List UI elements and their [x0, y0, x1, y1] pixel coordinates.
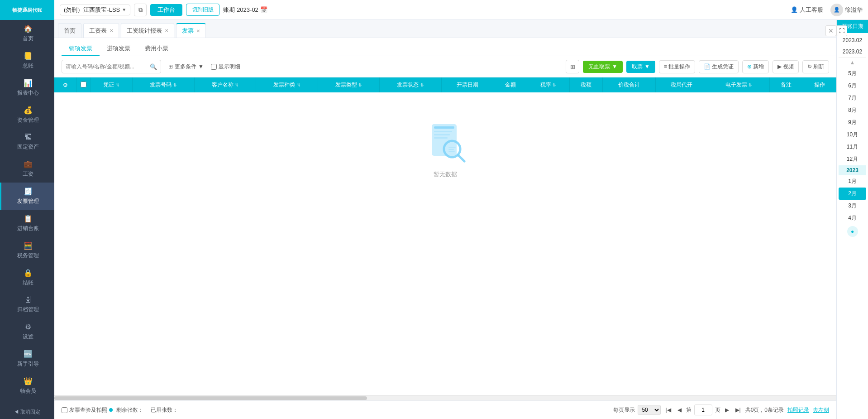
period-year-2023-label[interactable]: 2023 — [839, 165, 866, 175]
customer-service[interactable]: 👤 人工客服 — [791, 6, 823, 14]
display-detail-check-input[interactable] — [211, 64, 217, 70]
e-invoice-sort-icon: ⇅ — [749, 83, 752, 87]
period-month-10[interactable]: 10月 — [839, 129, 866, 141]
display-detail-checkbox[interactable]: 显示明细 — [211, 63, 240, 71]
period-month-7[interactable]: 7月 — [839, 92, 866, 104]
period-month-4[interactable]: 4月 — [839, 212, 866, 224]
tab-salary-close[interactable]: ✕ — [110, 28, 113, 33]
refresh-button[interactable]: ↻ 刷新 — [802, 60, 829, 73]
tab-salary-stats[interactable]: 工资统计报表 ✕ — [121, 23, 174, 38]
sub-tab-sales[interactable]: 销项发票 — [62, 42, 100, 56]
filter-button[interactable]: ⊞ 更多条件 ▼ — [165, 61, 207, 72]
col-tax-rate[interactable]: 税率 ⇅ — [527, 77, 570, 92]
sub-tab-purchase[interactable]: 进项发票 — [100, 42, 138, 56]
col-invoice-status[interactable]: 发票状态 ⇅ — [380, 77, 442, 92]
sidebar-item-home[interactable]: 🏠 首页 — [0, 20, 54, 47]
last-page-button[interactable]: ▶| — [734, 406, 743, 414]
sub-tab-expense[interactable]: 费用小票 — [138, 42, 176, 56]
gen-voucher-button[interactable]: 📄 生成凭证 — [699, 60, 739, 73]
add-record-link[interactable]: 拍照记录 — [787, 406, 809, 414]
sidebar-item-home-label: 首页 — [23, 35, 33, 43]
period-year-2023-02-top[interactable]: 2023.02 — [839, 35, 866, 46]
sidebar-item-purchase-sales[interactable]: 📋 进销台账 — [0, 210, 54, 237]
verify-checkbox-area[interactable]: 发票查验及拍照 — [62, 406, 113, 414]
tab-home[interactable]: 首页 — [58, 23, 81, 38]
sidebar-item-member[interactable]: 👑 畅会员 — [0, 372, 54, 400]
tab-invoice-label: 发票 — [182, 27, 194, 35]
grid-icon: ⊞ — [570, 63, 575, 70]
more-link[interactable]: 去左侧 — [813, 406, 829, 414]
horizontal-scrollbar[interactable] — [54, 395, 836, 400]
take-invoice-button[interactable]: 取票 ▼ — [626, 61, 655, 73]
period-label: 账期 — [223, 6, 235, 14]
sidebar-item-archive[interactable]: 🗄 归档管理 — [0, 291, 54, 318]
grid-settings-button[interactable]: ⊞ — [566, 60, 579, 73]
col-settings[interactable]: ⚙ — [54, 77, 76, 92]
sidebar-item-reports[interactable]: 📊 报表中心 — [0, 74, 54, 101]
sub-tab-purchase-label: 进项发票 — [107, 45, 130, 52]
maximize-button[interactable]: ⛶ — [836, 25, 847, 36]
sidebar-item-fixed-assets[interactable]: 🏗 固定资产 — [0, 129, 54, 155]
svg-rect-4 — [434, 137, 448, 139]
sidebar-item-salary[interactable]: 💼 工资 — [0, 155, 54, 183]
period-month-11[interactable]: 11月 — [839, 141, 866, 153]
next-page-button[interactable]: ▶ — [723, 406, 731, 414]
sidebar-item-settings[interactable]: ⚙ 设置 — [0, 318, 54, 345]
col-checkbox[interactable] — [76, 77, 90, 92]
period-month-9[interactable]: 9月 — [839, 116, 866, 129]
new-button[interactable]: ⊕ 新增 — [742, 60, 769, 73]
tab-salary[interactable]: 工资表 ✕ — [83, 23, 119, 38]
sidebar-item-salary-label: 工资 — [23, 170, 33, 178]
scrollbar-thumb[interactable] — [54, 396, 367, 400]
col-invoice-category[interactable]: 发票类型 ⇅ — [318, 77, 380, 92]
period-month-6[interactable]: 6月 — [839, 80, 866, 92]
period-selector[interactable]: 账期 2023-02 📅 — [223, 6, 267, 14]
sidebar-item-ledger-label: 总账 — [23, 62, 33, 70]
search-input[interactable] — [66, 63, 148, 70]
no-invoice-button[interactable]: 无血取票 ▼ — [583, 61, 623, 73]
page-number-input[interactable] — [694, 405, 712, 415]
sidebar-item-funds-label: 资金管理 — [17, 116, 39, 124]
sidebar-item-guide[interactable]: 🆕 新手引导 — [0, 345, 54, 372]
batch-op-button[interactable]: ≡ 批量操作 — [659, 60, 695, 73]
tab-salary-stats-close[interactable]: ✕ — [165, 28, 168, 33]
user-name: 徐溢华 — [845, 6, 863, 14]
sidebar-item-ledger[interactable]: 📒 总账 — [0, 47, 54, 74]
copy-button[interactable]: ⧉ — [134, 4, 147, 16]
sidebar-item-close[interactable]: 🔒 结账 — [0, 264, 54, 291]
period-month-5[interactable]: 5月 — [839, 67, 866, 80]
first-page-button[interactable]: |◀ — [663, 406, 672, 414]
tab-invoice-close[interactable]: ✕ — [196, 29, 200, 34]
workbench-button[interactable]: 工作台 — [150, 4, 182, 16]
verify-checkbox[interactable] — [62, 407, 67, 413]
switch-version-button[interactable]: 切到旧版 — [186, 4, 219, 16]
per-page-select[interactable]: 50 100 200 — [638, 405, 661, 415]
period-month-3[interactable]: 3月 — [839, 200, 866, 212]
user-avatar-area[interactable]: 👤 徐溢华 — [830, 4, 863, 16]
sidebar-item-invoice[interactable]: 🧾 发票管理 — [0, 183, 54, 210]
company-selector[interactable]: (勿删）江西股宝-LSS ▼ — [60, 5, 130, 15]
period-month-12[interactable]: 12月 — [839, 153, 866, 165]
prev-page-button[interactable]: ◀ — [676, 406, 683, 414]
sidebar-item-tax[interactable]: 🧮 税务管理 — [0, 237, 54, 264]
sidebar-bottom[interactable]: ◀ 取消固定 — [0, 405, 54, 419]
video-button[interactable]: ▶ 视频 — [773, 60, 799, 73]
invoice-category-sort-icon: ⇅ — [358, 83, 362, 87]
col-voucher[interactable]: 凭证 ⇅ — [90, 77, 133, 92]
period-year-2023-02-2[interactable]: 2023.02 — [839, 46, 866, 58]
col-e-invoice[interactable]: 电子发票 ⇅ — [708, 77, 770, 92]
period-close-button[interactable]: ✕ — [825, 25, 836, 36]
col-customer[interactable]: 客户名称 ⇅ — [194, 77, 256, 92]
select-all-checkbox[interactable] — [81, 82, 86, 87]
col-invoice-no[interactable]: 发票号码 ⇅ — [133, 77, 195, 92]
col-invoice-type[interactable]: 发票种类 ⇅ — [256, 77, 318, 92]
tab-invoice[interactable]: 发票 ✕ — [176, 23, 206, 38]
period-bottom-circle[interactable]: ● — [847, 226, 858, 237]
period-month-8[interactable]: 8月 — [839, 104, 866, 116]
invoice-no-sort-icon: ⇅ — [173, 83, 177, 87]
col-date: 开票日期 — [441, 77, 494, 92]
sidebar-item-funds[interactable]: 💰 资金管理 — [0, 101, 54, 129]
scroll-up-icon[interactable]: ▲ — [839, 58, 866, 67]
period-month-1[interactable]: 1月 — [839, 175, 866, 188]
period-month-2-active[interactable]: 2月 — [839, 188, 866, 200]
